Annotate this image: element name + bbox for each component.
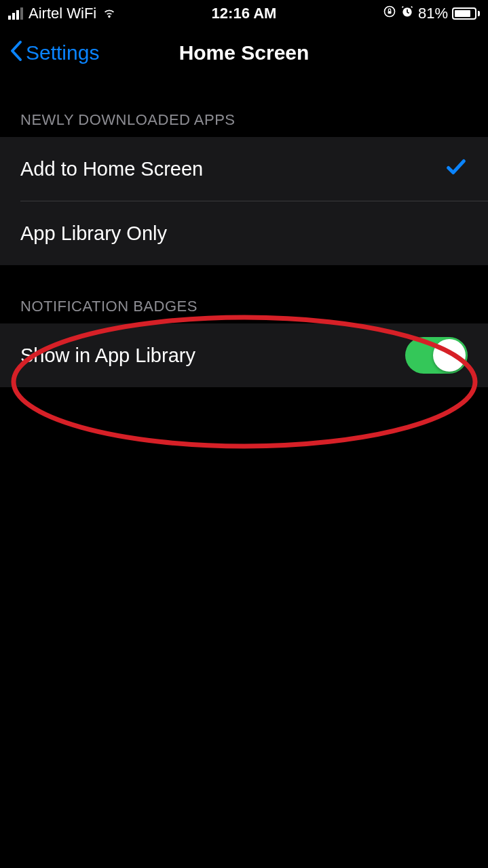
status-time: 12:16 AM bbox=[212, 5, 277, 22]
option-label: App Library Only bbox=[20, 222, 167, 245]
carrier-label: Airtel WiFi bbox=[29, 5, 96, 22]
page-title: Home Screen bbox=[179, 41, 309, 64]
alarm-icon bbox=[400, 5, 414, 22]
battery-icon bbox=[452, 7, 480, 20]
section-header-notification-badges: NOTIFICATION BADGES bbox=[0, 265, 488, 323]
signal-icon bbox=[8, 7, 23, 20]
nav-bar: Settings Home Screen bbox=[0, 27, 488, 79]
status-left: Airtel WiFi bbox=[8, 4, 117, 23]
option-app-library-only[interactable]: App Library Only bbox=[0, 201, 488, 265]
list-group-newly-downloaded: Add to Home Screen App Library Only bbox=[0, 137, 488, 265]
option-show-in-app-library[interactable]: Show in App Library bbox=[0, 323, 488, 387]
status-bar: Airtel WiFi 12:16 AM 81% bbox=[0, 0, 488, 27]
back-button[interactable]: Settings bbox=[8, 39, 99, 67]
option-label: Add to Home Screen bbox=[20, 158, 203, 180]
back-label: Settings bbox=[26, 41, 99, 64]
toggle-knob bbox=[433, 339, 466, 372]
chevron-left-icon bbox=[8, 39, 24, 67]
list-group-notification-badges: Show in App Library bbox=[0, 323, 488, 387]
section-header-newly-downloaded: NEWLY DOWNLOADED APPS bbox=[0, 79, 488, 137]
wifi-icon bbox=[102, 4, 117, 23]
option-label: Show in App Library bbox=[20, 344, 195, 367]
toggle-show-in-app-library[interactable] bbox=[405, 337, 468, 374]
option-add-to-home-screen[interactable]: Add to Home Screen bbox=[0, 137, 488, 201]
svg-rect-2 bbox=[388, 11, 391, 14]
status-right: 81% bbox=[383, 5, 480, 22]
svg-point-0 bbox=[109, 16, 110, 17]
rotation-lock-icon bbox=[383, 5, 396, 22]
battery-percent: 81% bbox=[418, 5, 448, 22]
checkmark-icon bbox=[445, 155, 468, 183]
